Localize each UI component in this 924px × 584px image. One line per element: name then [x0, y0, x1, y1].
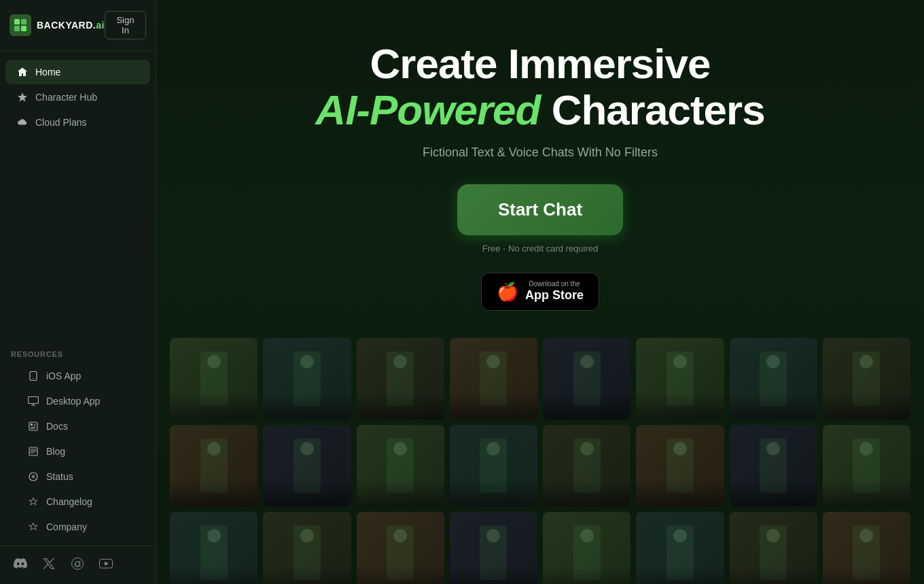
hero-subtitle: Fictional Text & Voice Chats With No Fil…	[423, 145, 658, 160]
app-store-text: Download on the App Store	[525, 280, 584, 303]
apple-icon: 🍎	[497, 281, 518, 303]
resources-section: Resources iOS App Desktop App	[0, 342, 156, 545]
svg-point-18	[75, 564, 77, 565]
character-card	[636, 338, 724, 419]
blog-icon	[27, 445, 39, 458]
hero-title-characters: Characters	[552, 86, 765, 133]
svg-point-19	[79, 564, 80, 565]
character-card	[263, 512, 351, 584]
sidebar-item-ios-app[interactable]: iOS App	[16, 364, 139, 388]
app-store-label-top: Download on the	[525, 280, 584, 288]
character-card	[823, 512, 910, 584]
character-card	[543, 512, 630, 584]
start-chat-button[interactable]: Start Chat	[457, 184, 623, 235]
sidebar: BACKYARD.ai Sign In Home Character Hub	[0, 0, 156, 584]
sidebar-item-cloud-plans[interactable]: Cloud Plans	[5, 110, 150, 135]
svg-rect-10	[34, 426, 36, 426]
character-card	[357, 512, 444, 584]
sidebar-item-company[interactable]: Company	[16, 515, 139, 539]
status-icon	[27, 470, 39, 483]
svg-rect-11	[31, 427, 36, 428]
character-card	[730, 512, 817, 584]
svg-rect-2	[14, 26, 20, 31]
character-card	[730, 338, 817, 419]
svg-rect-8	[31, 424, 33, 426]
changelog-icon	[27, 496, 39, 508]
character-card	[450, 512, 537, 584]
svg-point-5	[33, 378, 34, 379]
main-content: Create Immersive AI-Powered Characters F…	[156, 0, 924, 584]
resources-label: Resources	[11, 350, 145, 358]
character-card	[450, 338, 537, 419]
character-grid-section	[156, 338, 924, 584]
grid-row-1	[170, 338, 910, 419]
discord-icon[interactable]	[11, 554, 30, 573]
social-bar	[0, 545, 156, 584]
hero-title-line1: Create Immersive	[370, 41, 711, 87]
character-card	[357, 425, 444, 506]
svg-point-16	[72, 558, 84, 570]
sidebar-item-desktop-app[interactable]: Desktop App	[16, 389, 139, 413]
logo-icon	[10, 14, 31, 36]
company-icon	[27, 521, 39, 533]
free-label: Free - No credit card required	[482, 243, 599, 254]
reddit-icon[interactable]	[68, 554, 87, 573]
logo-area: BACKYARD.ai	[10, 14, 105, 36]
logo-text: BACKYARD.ai	[37, 20, 105, 31]
sidebar-item-docs-label: Docs	[46, 421, 68, 432]
character-card	[450, 425, 537, 506]
sidebar-item-home-label: Home	[35, 67, 60, 78]
sidebar-item-character-hub[interactable]: Character Hub	[5, 85, 150, 109]
sidebar-item-blog[interactable]: Blog	[16, 439, 139, 464]
character-card	[543, 425, 630, 506]
sidebar-item-home[interactable]: Home	[5, 60, 150, 84]
sign-in-button[interactable]: Sign In	[105, 11, 146, 39]
sidebar-navigation: Home Character Hub Cloud Plans	[0, 51, 156, 143]
docs-icon	[27, 420, 39, 432]
character-card	[823, 425, 910, 506]
svg-rect-6	[29, 397, 39, 404]
character-card	[263, 338, 351, 419]
sidebar-item-status[interactable]: Status	[16, 464, 139, 489]
svg-point-20	[79, 561, 81, 562]
character-card	[263, 425, 351, 506]
svg-rect-0	[14, 19, 20, 24]
sidebar-item-status-label: Status	[46, 471, 73, 482]
home-icon	[16, 66, 29, 78]
character-card	[170, 425, 257, 506]
hero-section: Create Immersive AI-Powered Characters F…	[156, 0, 924, 338]
sidebar-item-character-hub-label: Character Hub	[35, 92, 97, 103]
twitter-icon[interactable]	[39, 554, 58, 573]
hero-title-ai-powered: AI-Powered	[315, 86, 540, 133]
sidebar-item-company-label: Company	[46, 521, 87, 532]
sidebar-item-changelog-label: Changelog	[46, 496, 92, 507]
character-card	[357, 338, 444, 419]
character-card	[636, 425, 724, 506]
hero-title-line2: AI-Powered Characters	[315, 87, 764, 133]
sidebar-header: BACKYARD.ai Sign In	[0, 0, 156, 51]
grid-row-2	[170, 425, 910, 506]
youtube-icon[interactable]	[96, 554, 116, 573]
character-card	[170, 338, 257, 419]
sidebar-item-changelog[interactable]: Changelog	[16, 489, 139, 514]
sidebar-item-ios-app-label: iOS App	[46, 371, 81, 381]
sidebar-item-desktop-app-label: Desktop App	[46, 396, 100, 407]
sidebar-item-cloud-plans-label: Cloud Plans	[35, 117, 87, 128]
app-store-label-bottom: App Store	[525, 288, 584, 303]
desktop-icon	[27, 395, 39, 407]
app-store-button[interactable]: 🍎 Download on the App Store	[481, 273, 599, 311]
svg-rect-7	[29, 422, 37, 430]
character-card	[636, 512, 724, 584]
svg-rect-9	[34, 424, 36, 425]
svg-rect-12	[31, 428, 35, 429]
character-card	[730, 425, 817, 506]
character-hub-icon	[16, 91, 29, 103]
sidebar-item-docs[interactable]: Docs	[16, 414, 139, 439]
svg-rect-3	[21, 26, 26, 31]
character-card	[543, 338, 630, 419]
sidebar-item-blog-label: Blog	[46, 446, 65, 457]
character-card	[170, 512, 257, 584]
svg-rect-1	[21, 19, 26, 24]
character-card	[823, 338, 910, 419]
cloud-icon	[16, 116, 29, 128]
